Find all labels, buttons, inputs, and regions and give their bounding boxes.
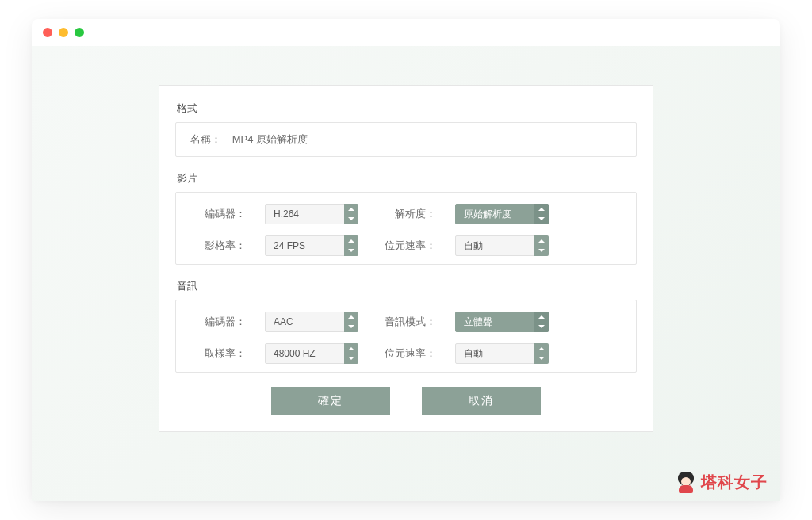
stepper-icon[interactable] xyxy=(534,235,549,256)
content-area: 格式 名稱： MP4 原始解析度 影片 編碼器： H.264 解析度： 原始解析… xyxy=(32,46,780,501)
video-box: 編碼器： H.264 解析度： 原始解析度 影格率： 24 FPS 位元速率： xyxy=(175,192,637,265)
video-fps-select[interactable]: 24 FPS xyxy=(265,235,358,256)
audio-bitrate-select[interactable]: 自動 xyxy=(455,343,549,364)
format-box: 名稱： MP4 原始解析度 xyxy=(175,122,637,157)
cancel-button[interactable]: 取消 xyxy=(422,387,541,415)
video-fps-label: 影格率： xyxy=(190,239,246,253)
watermark-text: 塔科女子 xyxy=(701,472,768,493)
dialog-actions: 確定 取消 xyxy=(175,387,637,415)
maximize-icon[interactable] xyxy=(75,28,84,37)
settings-dialog: 格式 名稱： MP4 原始解析度 影片 編碼器： H.264 解析度： 原始解析… xyxy=(159,85,653,432)
stepper-icon[interactable] xyxy=(344,312,358,332)
audio-bitrate-label: 位元速率： xyxy=(379,347,436,361)
video-encoder-select[interactable]: H.264 xyxy=(265,204,358,224)
stepper-icon[interactable] xyxy=(344,204,358,224)
format-section-title: 格式 xyxy=(177,101,637,116)
ok-button[interactable]: 確定 xyxy=(271,387,390,415)
close-icon[interactable] xyxy=(43,28,52,37)
watermark: 塔科女子 xyxy=(674,471,768,493)
stepper-icon[interactable] xyxy=(534,204,549,224)
audio-mode-select[interactable]: 立體聲 xyxy=(455,312,549,332)
audio-box: 編碼器： AAC 音訊模式： 立體聲 取樣率： 48000 HZ 位元速率： xyxy=(175,300,637,373)
app-window: 格式 名稱： MP4 原始解析度 影片 編碼器： H.264 解析度： 原始解析… xyxy=(32,19,780,501)
stepper-icon[interactable] xyxy=(534,343,549,364)
stepper-icon[interactable] xyxy=(344,343,358,364)
video-bitrate-select[interactable]: 自動 xyxy=(455,235,549,256)
stepper-icon[interactable] xyxy=(534,312,549,332)
stepper-icon[interactable] xyxy=(344,235,358,256)
video-resolution-label: 解析度： xyxy=(379,208,436,221)
audio-section-title: 音訊 xyxy=(177,279,637,293)
audio-encoder-label: 編碼器： xyxy=(190,315,246,329)
video-section-title: 影片 xyxy=(177,171,637,185)
avatar-icon xyxy=(674,471,696,493)
video-encoder-label: 編碼器： xyxy=(190,208,246,221)
video-resolution-select[interactable]: 原始解析度 xyxy=(455,204,549,224)
titlebar xyxy=(32,19,780,46)
audio-mode-label: 音訊模式： xyxy=(379,315,436,329)
video-bitrate-label: 位元速率： xyxy=(379,239,436,253)
format-name-label: 名稱： xyxy=(190,133,221,145)
audio-samplerate-select[interactable]: 48000 HZ xyxy=(265,343,358,364)
minimize-icon[interactable] xyxy=(59,28,68,37)
format-name-value: MP4 原始解析度 xyxy=(232,133,308,145)
audio-samplerate-label: 取樣率： xyxy=(190,347,246,361)
audio-encoder-select[interactable]: AAC xyxy=(265,312,358,332)
